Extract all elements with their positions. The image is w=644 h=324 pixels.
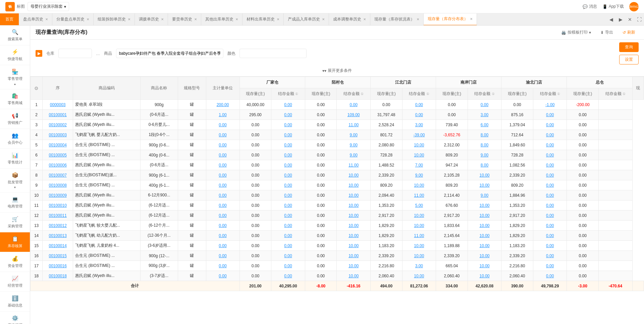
goods-input[interactable]: [116, 49, 223, 58]
product-code[interactable]: 00100011: [43, 211, 73, 221]
tab-div-inventory[interactable]: 分量盘点单历史 ✕: [52, 13, 94, 26]
color-input[interactable]: [239, 49, 307, 58]
app-download-btn[interactable]: 📱 App下载: [602, 4, 624, 9]
product-code[interactable]: 00100018: [43, 271, 73, 281]
tab-nav-prev[interactable]: ◀: [606, 15, 616, 24]
info-icon[interactable]: ①: [426, 92, 429, 96]
tab-group-dismantle[interactable]: 组装拆卸单历史 ✕: [94, 13, 135, 26]
tab-expand[interactable]: ⛶: [635, 15, 644, 24]
info-icon[interactable]: ①: [492, 92, 495, 96]
tab-nav: ◀ ▶ ✕ ⛶: [606, 15, 644, 24]
sidebar-item-retail-mgmt[interactable]: 🏪 零售管理 ▲: [0, 65, 30, 89]
tab-close-product-in[interactable]: ✕: [322, 17, 325, 21]
info-icon[interactable]: ①: [557, 92, 560, 96]
tab-close-stock-dist[interactable]: ✕: [470, 17, 473, 21]
tab-close-all[interactable]: ✕: [625, 15, 635, 24]
refresh-btn[interactable]: ↺ 刷新: [619, 28, 639, 37]
product-code[interactable]: 00100010: [43, 200, 73, 211]
sidebar-item-ecom[interactable]: 💻 电商管理: [0, 193, 30, 213]
warehouse-input[interactable]: [58, 49, 92, 58]
biz-mgmt-icon: 📈: [12, 275, 18, 282]
member-icon: 👥: [12, 132, 18, 139]
info-icon[interactable]: ①: [361, 92, 364, 96]
table-container[interactable]: ⚙ 序 商品编码 商品名称 规格型号 主计量单位 厂家仓 陌村仓 江北门店 南岸…: [30, 77, 644, 324]
product-code[interactable]: 00100004: [43, 140, 73, 150]
tab-stock-dist[interactable]: 现存量（库存分布表） ✕: [424, 13, 477, 26]
setting-btn[interactable]: 设置: [619, 55, 639, 64]
sidebar-item-purchase[interactable]: 🛒 采购管理: [0, 213, 30, 232]
tab-close-cost-adjust[interactable]: ✕: [363, 17, 366, 21]
sidebar-item-inventory[interactable]: 📋 库存核算: [0, 232, 30, 252]
col-current: 现: [632, 77, 644, 100]
tab-demand[interactable]: 要货单历史 ✕: [168, 13, 201, 26]
tab-material-out[interactable]: 材料出库单历史 ✕: [243, 13, 284, 26]
product-code[interactable]: 00100006: [43, 160, 73, 170]
product-code[interactable]: 00100003: [43, 130, 73, 140]
product-code[interactable]: 00100005: [43, 150, 73, 160]
product-code[interactable]: 00100012: [43, 221, 73, 231]
tab-stock-status[interactable]: 现存量（库存状况表） ✕: [370, 13, 424, 26]
table-row: 400100003飞鹤星飞帆 婴儿配方奶...1段(0-6个...罐0.000.…: [31, 130, 644, 140]
export-btn[interactable]: ⬇ 导出: [597, 28, 616, 37]
sidebar-item-search[interactable]: 🔍 搜索英单: [0, 26, 30, 45]
product-code[interactable]: 00100013: [43, 231, 73, 241]
product-code[interactable]: 00100007: [43, 170, 73, 180]
tab-close-div-inventory[interactable]: ✕: [87, 17, 89, 21]
expand-conditions-btn[interactable]: ▾▾ 展开更多条件: [322, 68, 352, 74]
table-row: 300100002惠氏启赋 (Wyeth illu...0-6月婴儿...罐0.…: [31, 120, 644, 130]
sidebar-item-sys-mgmt[interactable]: ⚙️ 系统管理: [0, 312, 30, 324]
sidebar-item-quick-nav[interactable]: ⚡ 快捷导航: [0, 45, 30, 65]
table-row: 1600100015合生元 (BIOSTIME) ...900g (12-...…: [31, 251, 644, 261]
print-btn[interactable]: 🖨️ 按模板打印 ▾: [558, 28, 594, 37]
product-code[interactable]: 00100002: [43, 120, 73, 130]
sidebar-item-wholesale[interactable]: 📦 批发管理 ▼: [0, 169, 30, 193]
gear-icon[interactable]: ⚙: [34, 86, 39, 91]
info-icon[interactable]: ①: [295, 92, 298, 96]
sidebar-item-finance[interactable]: 💰 资金管理: [0, 252, 30, 272]
product-code[interactable]: 00100008: [43, 180, 73, 190]
sidebar-item-base-info[interactable]: ℹ️ 基础信息: [0, 292, 30, 312]
tab-close-stock-status[interactable]: ✕: [417, 17, 419, 21]
user-avatar[interactable]: demo2: [629, 2, 639, 11]
tab-other-out[interactable]: 其他出库单历史 ✕: [201, 13, 243, 26]
col-gear[interactable]: ⚙: [31, 77, 43, 100]
product-code[interactable]: 00100001: [43, 110, 73, 120]
product-name: 合生元 (BIOSTIME) ...: [73, 140, 141, 150]
product-code[interactable]: 00100015: [43, 251, 73, 261]
query-btn[interactable]: 查询: [619, 42, 639, 52]
sidebar-item-retail-shop[interactable]: 🛍️ 零售商城: [0, 89, 30, 109]
sidebar-item-retail-stats[interactable]: 📊 零售统计: [0, 149, 30, 169]
info-icon[interactable]: ①: [623, 92, 626, 96]
industry-select[interactable]: 母婴行业演示陈套 ▾: [28, 2, 69, 11]
tab-cost-adjust[interactable]: 成本调整单历史 ✕: [329, 13, 370, 26]
tab-close-group-dismantle[interactable]: ✕: [128, 17, 130, 21]
table-row: 900100008合生元 (BIOSTIME) ...400g (6-1...罐…: [31, 180, 644, 190]
tab-product-in[interactable]: 产成品入库单历史 ✕: [284, 13, 329, 26]
tab-nav-next[interactable]: ▶: [616, 15, 625, 24]
main-layout: 🔍 搜索英单 ⚡ 快捷导航 🏪 零售管理 ▲ 🛍️ 零售商城 📢 营销推广 👥 …: [0, 26, 644, 324]
product-code[interactable]: 00100014: [43, 241, 73, 251]
marketing-icon: 📢: [12, 112, 18, 119]
sidebar-item-marketing[interactable]: 📢 营销推广: [0, 109, 30, 129]
inventory-icon: 📋: [12, 236, 18, 242]
tab-close-inventory-single[interactable]: ✕: [45, 17, 48, 21]
sidebar-item-member[interactable]: 👥 会员中心: [0, 129, 30, 149]
collapse-btn[interactable]: ▶: [36, 50, 42, 57]
tab-home[interactable]: 首页: [0, 13, 19, 26]
tab-close-material-out[interactable]: ✕: [277, 17, 279, 21]
tab-close-transfer[interactable]: ✕: [161, 17, 164, 21]
product-code[interactable]: 00100009: [43, 190, 73, 200]
col-mocun-amt: 结存金额 ①: [337, 88, 371, 100]
message-btn[interactable]: 💬 消息: [583, 4, 597, 9]
logo-area: 畅 标图: [5, 2, 25, 11]
logo-icon: 畅: [5, 2, 15, 11]
col-yubei-qty: 现存量(主): [501, 88, 533, 100]
product-code[interactable]: 0000003: [43, 100, 73, 110]
product-name: 飞鹤星飞帆 儿童奶粉 4...: [73, 241, 141, 251]
tab-transfer[interactable]: 调拨单历史 ✕: [135, 13, 168, 26]
tab-inventory-single[interactable]: 盘点单历史 ✕: [19, 13, 52, 26]
tab-close-demand[interactable]: ✕: [194, 17, 197, 21]
tab-close-other-out[interactable]: ✕: [235, 17, 238, 21]
sidebar-item-biz-mgmt[interactable]: 📈 经营管理: [0, 272, 30, 292]
product-code[interactable]: 00100016: [43, 261, 73, 271]
